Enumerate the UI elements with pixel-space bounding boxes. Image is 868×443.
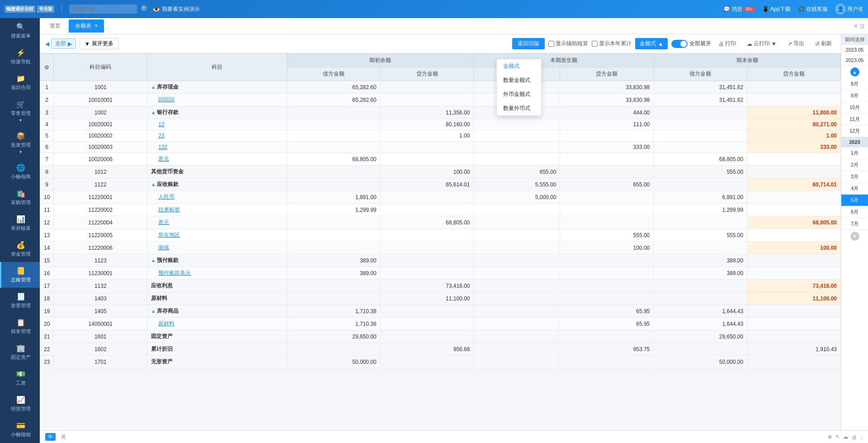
td-name[interactable]: 其他货币资金	[147, 166, 287, 178]
refresh-btn[interactable]: ↺ 刷新	[811, 38, 835, 49]
breadcrumb-back-icon[interactable]: ◀	[45, 41, 49, 47]
retail-icon: 🛒	[16, 100, 25, 109]
demo-link[interactable]: 👁️ 我要看实例演示	[152, 5, 200, 13]
period-item-9[interactable]: 9月	[841, 90, 868, 102]
bottom-add-icon[interactable]: ⊕	[828, 434, 832, 440]
expand-all-toggle[interactable]: 全部展开	[671, 40, 711, 48]
cloud-print-btn[interactable]: ☁ 云打印 ▼	[743, 38, 780, 49]
td-name[interactable]: 应收利息	[147, 280, 287, 292]
sidebar-item-fixed-assets[interactable]: 🏢 固定资产	[0, 339, 40, 365]
sidebar-item-project[interactable]: 📁 项目合同	[0, 70, 40, 95]
period-item-year-2023[interactable]: 2023	[841, 137, 868, 148]
td-name[interactable]: 累计折旧	[147, 343, 287, 356]
sidebar-item-operations[interactable]: 📈 经营管理	[0, 391, 40, 417]
th-settings[interactable]: ⚙	[40, 54, 54, 81]
period-item-1[interactable]: 1月	[841, 148, 868, 159]
bottom-chinese-btn[interactable]: 中	[45, 433, 56, 441]
period-item-12[interactable]: 12月	[841, 125, 868, 137]
sidebar-item-sales[interactable]: 💳 小畅报销	[0, 417, 40, 443]
td-name[interactable]: 原材料	[147, 292, 287, 305]
period-item-11[interactable]: 11月	[841, 114, 868, 125]
toggle-control[interactable]	[671, 40, 688, 48]
user-menu[interactable]: 👤 用户名	[835, 4, 863, 14]
td-name[interactable]: 所在地区	[147, 229, 287, 242]
period-item-5[interactable]: 5月	[841, 195, 868, 206]
period-item-7[interactable]: 7月	[841, 218, 868, 230]
sidebar-item-capital[interactable]: 💰 资金管理	[0, 236, 40, 262]
dropdown-item-qty-amount[interactable]: 数量金额式	[497, 73, 541, 87]
dropdown-item-qty-foreign[interactable]: 数量外币式	[497, 101, 541, 115]
sidebar-item-tax[interactable]: 📋 税务管理	[0, 314, 40, 339]
dropdown-item-amount[interactable]: 金额式	[497, 59, 541, 73]
td-name[interactable]: 往来标签	[147, 204, 287, 216]
period-item-3[interactable]: 3月	[841, 171, 868, 183]
expand-btn[interactable]: ▼ 展开更多	[80, 38, 118, 49]
td-name[interactable]: ▲ 应收账款	[147, 178, 287, 191]
td-name[interactable]: 12	[147, 119, 287, 130]
bottom-cloud-icon[interactable]: ☁	[843, 434, 848, 440]
period-expand-down-icon[interactable]: ▼	[850, 232, 859, 241]
period-item-2[interactable]: 2月	[841, 159, 868, 171]
period-item-2023-05-1[interactable]: 2023.05	[841, 45, 868, 55]
period-expand-up-icon[interactable]: ▲	[850, 67, 859, 76]
sidebar-item-ecommerce[interactable]: 🌐 小畅电商	[0, 159, 40, 185]
td-name[interactable]: ▲ 库存商品	[147, 305, 287, 318]
td-name[interactable]: ▲ 预付账款	[147, 254, 287, 267]
sidebar-item-inventory[interactable]: 📊 库存核算	[0, 210, 40, 236]
td-seq: 21	[40, 330, 54, 343]
td-name[interactable]: ▲ 银行存款	[147, 106, 287, 119]
sidebar-item-retail[interactable]: 🛒 零售管理 ▼	[0, 95, 40, 127]
period-item-8[interactable]: 8月	[841, 78, 868, 90]
dropdown-item-foreign-amount[interactable]: 外币金额式	[497, 87, 541, 101]
bottom-english-btn[interactable]: 英	[61, 433, 66, 440]
bottom-edit-icon[interactable]: ✎	[835, 434, 840, 440]
td-name[interactable]: 差元	[147, 216, 287, 229]
top-search-input[interactable]	[69, 5, 137, 14]
sidebar-item-general-ledger[interactable]: 📒 总账管理	[0, 262, 40, 288]
period-item-6[interactable]: 6月	[841, 206, 868, 218]
export-btn[interactable]: ↗ 导出	[784, 38, 808, 49]
app-download-btn[interactable]: 📱 App下载	[762, 5, 791, 13]
td-name[interactable]: 固定资产	[147, 330, 287, 343]
td-name[interactable]: 游戏	[147, 242, 287, 254]
td-close_debit: 29,650.00	[654, 330, 747, 343]
td-name[interactable]: 122	[147, 142, 287, 153]
sidebar-item-payroll[interactable]: 💵 工资	[0, 365, 40, 391]
data-table-wrap[interactable]: ⚙ 科目编码 科目 期初余额 本期发生额 期末余额 借方金额 贷方金额 借方金额	[40, 53, 841, 430]
tab-close-icon[interactable]: ×	[94, 23, 98, 29]
td-name[interactable]: 23	[147, 130, 287, 142]
td-name[interactable]: 人民币	[147, 191, 287, 204]
td-name[interactable]: 回回回	[147, 94, 287, 106]
td-seq: 2	[40, 94, 54, 106]
sidebar-item-quick-nav[interactable]: ⚡ 快捷导航	[0, 44, 40, 70]
window-close-icon[interactable]: ✕	[854, 23, 858, 29]
period-item-4[interactable]: 4月	[841, 183, 868, 195]
print-btn[interactable]: 🖨 打印	[715, 38, 740, 49]
sidebar-item-invoice[interactable]: 🧾 发票管理	[0, 288, 40, 314]
tab-balance[interactable]: 余额表 ×	[69, 19, 104, 33]
show-auxiliary-check[interactable]: 显示辅助核算	[548, 40, 588, 48]
td-name[interactable]: 原材料	[147, 318, 287, 330]
mode-btn[interactable]: 金额式 ▲	[635, 38, 668, 49]
show-ytd-check[interactable]: 显示本年累计	[592, 40, 632, 48]
period-expand-up[interactable]: ▲	[841, 66, 868, 78]
window-restore-icon[interactable]: ⊡	[860, 23, 864, 29]
rollback-btn[interactable]: 退回旧版	[512, 38, 545, 49]
sidebar-item-purchase[interactable]: 🛍️ 采购管理	[0, 185, 40, 210]
bottom-print2-icon[interactable]: 🖨	[852, 434, 857, 440]
breadcrumb-all[interactable]: 全部 ▶	[51, 38, 76, 49]
td-name[interactable]: 预付账款美元	[147, 267, 287, 280]
online-service-btn[interactable]: 🎧 在线客服	[798, 5, 828, 13]
period-expand-down[interactable]: ▼	[841, 230, 868, 243]
td-name[interactable]: ▲ 库存现金	[147, 81, 287, 94]
bottom-download-icon[interactable]: ↓	[860, 434, 863, 440]
period-item-10[interactable]: 10月	[841, 102, 868, 114]
td-name[interactable]: 差元	[147, 153, 287, 166]
period-item-2023-05-2[interactable]: 2023.05	[841, 55, 868, 66]
td-name[interactable]: 无形资产	[147, 356, 287, 368]
settings-icon[interactable]: ⚙️	[141, 5, 149, 13]
sidebar-item-search[interactable]: 🔍 搜索菜单	[0, 18, 40, 44]
sidebar-item-wholesale[interactable]: 📦 批发管理 ▼	[0, 127, 40, 159]
message-btn[interactable]: 💬 消息 99+	[723, 5, 755, 13]
tab-home[interactable]: 首页	[43, 19, 67, 33]
